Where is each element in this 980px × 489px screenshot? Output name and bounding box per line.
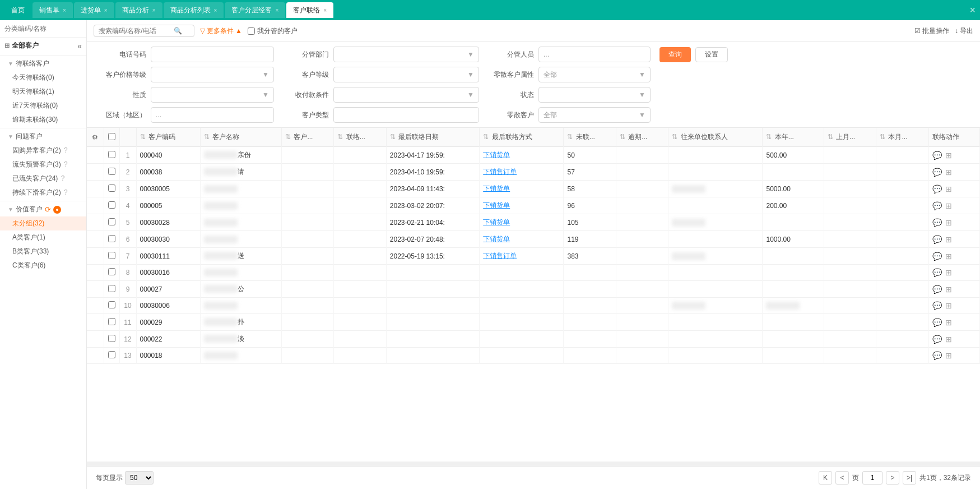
prev-page-btn[interactable]: < <box>835 471 849 485</box>
chat-icon[interactable]: 💬 <box>932 184 942 193</box>
sidebar-group-problem[interactable]: ▼ 问题客户 <box>0 130 86 144</box>
input-phone[interactable] <box>151 47 274 62</box>
grid-icon[interactable]: ⊞ <box>945 268 952 277</box>
tab-home[interactable]: 首页 <box>4 2 31 18</box>
chat-icon[interactable]: 💬 <box>932 151 942 160</box>
sidebar-item-class-a[interactable]: A类客户(1) <box>0 230 86 245</box>
grid-icon[interactable]: ⊞ <box>945 285 952 294</box>
chat-icon[interactable]: 💬 <box>932 351 942 360</box>
row-checkbox[interactable] <box>108 235 115 242</box>
tab-customer-contact[interactable]: 客户联络 × <box>286 2 333 18</box>
sidebar-item-today[interactable]: 今天待联络(0) <box>0 71 86 85</box>
select-region[interactable]: ... <box>151 107 274 123</box>
row-checkbox[interactable] <box>108 268 115 275</box>
search-icon[interactable]: 🔍 <box>174 27 182 35</box>
sidebar-item-warning[interactable]: 流失预警客户(3) ? <box>0 158 86 172</box>
sidebar-all-customers[interactable]: ⊞ 全部客户 « <box>0 38 86 54</box>
method-link[interactable]: 下销货单 <box>483 218 510 226</box>
col-type[interactable]: ⇅ 客户... <box>282 128 334 147</box>
grid-icon[interactable]: ⊞ <box>945 218 952 227</box>
close-analysis-list-icon[interactable]: × <box>214 7 217 13</box>
method-link[interactable]: 下销货单 <box>483 235 510 243</box>
more-conditions-btn[interactable]: ▽ 更多条件 ▲ <box>200 26 242 36</box>
sidebar-collapse-icon[interactable]: « <box>77 41 82 50</box>
sidebar-item-lost[interactable]: 已流失客户(24) ? <box>0 172 86 186</box>
search-input[interactable] <box>99 27 171 35</box>
col-contact[interactable]: ⇅ 联络... <box>334 128 386 147</box>
col-code[interactable]: ⇅ 客户编码 <box>136 128 200 147</box>
select-price-level[interactable]: ▼ <box>151 67 274 82</box>
grid-icon[interactable]: ⊞ <box>945 201 952 210</box>
sidebar-item-abnormal[interactable]: 固购异常客户(2) ? <box>0 144 86 158</box>
grid-icon[interactable]: ⊞ <box>945 184 952 193</box>
export-btn[interactable]: ↓ 导出 <box>955 26 973 36</box>
my-customers-checkbox[interactable] <box>248 27 255 35</box>
grid-icon[interactable]: ⊞ <box>945 335 952 344</box>
tab-analysis[interactable]: 商品分析 × <box>115 2 162 18</box>
grid-icon[interactable]: ⊞ <box>945 235 952 244</box>
method-link[interactable]: 下销货单 <box>483 184 510 192</box>
current-page-input[interactable] <box>862 471 883 485</box>
sidebar-item-class-c[interactable]: C类客户(6) <box>0 259 86 273</box>
method-link[interactable]: 下销货单 <box>483 151 510 159</box>
grid-icon[interactable]: ⊞ <box>945 318 952 327</box>
row-checkbox[interactable] <box>108 318 115 325</box>
select-nature[interactable]: ▼ <box>151 87 274 103</box>
sidebar-group-value[interactable]: ▼ 价值客户 ⟳ ● <box>0 202 86 216</box>
chat-icon[interactable]: 💬 <box>932 252 942 261</box>
row-checkbox[interactable] <box>108 335 115 342</box>
chat-icon[interactable]: 💬 <box>932 335 942 344</box>
col-overdue[interactable]: ⇅ 逾期... <box>616 128 668 147</box>
close-purchase-icon[interactable]: × <box>104 7 108 13</box>
sidebar-item-ungroup[interactable]: 未分组(32) <box>0 216 86 230</box>
tab-purchase[interactable]: 进货单 × <box>74 2 114 18</box>
chat-icon[interactable]: 💬 <box>932 168 942 177</box>
reset-btn[interactable]: 设置 <box>695 47 728 62</box>
select-customer-level[interactable]: ▼ <box>333 67 479 82</box>
select-scatter-attr[interactable]: 全部 ▼ <box>538 67 651 82</box>
col-name[interactable]: ⇅ 客户名称 <box>200 128 281 147</box>
sidebar-item-class-b[interactable]: B类客户(33) <box>0 245 86 259</box>
method-link[interactable]: 下销售订单 <box>483 168 517 176</box>
chat-icon[interactable]: 💬 <box>932 268 942 277</box>
sidebar-search-input[interactable] <box>4 25 87 33</box>
select-person[interactable]: ... <box>538 47 651 62</box>
col-this-month[interactable]: ⇅ 本月... <box>876 128 928 147</box>
sidebar-item-7days[interactable]: 近7天待联络(0) <box>0 99 86 113</box>
chat-icon[interactable]: 💬 <box>932 235 942 244</box>
row-checkbox[interactable] <box>108 301 115 308</box>
select-dept[interactable]: ▼ <box>333 47 479 62</box>
close-analysis-icon[interactable]: × <box>152 7 156 13</box>
method-link[interactable]: 下销售订单 <box>483 252 517 260</box>
page-size-select[interactable]: 50 100 200 <box>125 471 154 485</box>
select-all-checkbox[interactable] <box>108 133 115 140</box>
search-btn[interactable]: 查询 <box>659 47 691 62</box>
row-checkbox[interactable] <box>108 184 115 192</box>
chat-icon[interactable]: 💬 <box>932 218 942 227</box>
col-last-method[interactable]: ⇅ 最后联络方式 <box>480 128 564 147</box>
sidebar-item-declining[interactable]: 持续下滑客户(2) ? <box>0 186 86 200</box>
method-link[interactable]: 下销货单 <box>483 201 510 209</box>
grid-icon[interactable]: ⊞ <box>945 301 952 310</box>
settings-gear-icon[interactable]: ⚙ <box>92 133 98 141</box>
row-checkbox[interactable] <box>108 351 115 358</box>
select-status[interactable]: ▼ <box>538 87 651 103</box>
tab-analysis-list[interactable]: 商品分析列表 × <box>164 2 224 18</box>
sidebar-group-pending[interactable]: ▼ 待联络客户 <box>0 57 86 71</box>
sidebar-item-tomorrow[interactable]: 明天待联络(1) <box>0 85 86 99</box>
col-unit-contact[interactable]: ⇅ 往来单位联系人 <box>668 128 763 147</box>
refresh-icon[interactable]: ⟳ <box>45 205 51 214</box>
row-checkbox[interactable] <box>108 218 115 225</box>
col-last-month[interactable]: ⇅ 上月... <box>824 128 876 147</box>
grid-icon[interactable]: ⊞ <box>945 351 952 360</box>
select-payment[interactable]: ▼ <box>333 87 479 103</box>
chat-icon[interactable]: 💬 <box>932 318 942 327</box>
close-customer-contact-icon[interactable]: × <box>323 7 327 13</box>
tab-customer-layer[interactable]: 客户分层经客 × <box>225 2 285 18</box>
col-no-contact[interactable]: ⇅ 未联... <box>564 128 616 147</box>
chat-icon[interactable]: 💬 <box>932 301 942 310</box>
grid-icon[interactable]: ⊞ <box>945 252 952 261</box>
row-checkbox[interactable] <box>108 252 115 259</box>
first-page-btn[interactable]: K <box>819 471 832 485</box>
close-customer-layer-icon[interactable]: × <box>275 7 278 13</box>
